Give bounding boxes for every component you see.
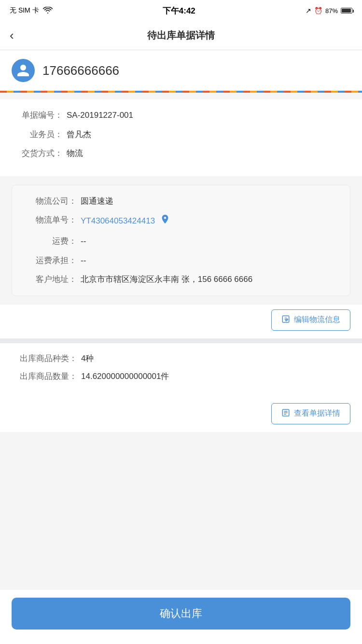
page-title: 待出库单据详情 [147, 29, 215, 42]
address-row: 客户地址： 北京市市辖区海淀区永丰南 张，156 6666 6666 [24, 273, 338, 286]
logistics-tracking-value: YT43064053424413 [81, 215, 155, 227]
goods-types-value: 4种 [81, 353, 94, 364]
back-button[interactable]: ‹ [6, 24, 18, 47]
status-left: 无 SIM 卡 [10, 6, 53, 15]
status-time: 下午4:42 [163, 5, 195, 16]
order-number-row: 单据编号： SA-20191227-001 [14, 109, 348, 122]
track-location-icon[interactable] [160, 214, 170, 228]
freight-value: -- [81, 235, 338, 248]
logistics-company-value: 圆通速递 [81, 195, 338, 208]
delivery-method-value: 物流 [67, 147, 348, 160]
edit-btn-row: 编辑物流信息 [0, 305, 362, 338]
order-info-section: 单据编号： SA-20191227-001 业务员： 曾凡杰 交货方式： 物流 [0, 99, 362, 176]
freight-responsible-row: 运费承担： -- [24, 254, 338, 267]
customer-phone: 17666666666 [42, 63, 119, 78]
logistics-tracking-label: 物流单号： [24, 214, 77, 226]
wifi-icon [43, 7, 53, 15]
empty-space [0, 432, 362, 519]
freight-responsible-label: 运费承担： [24, 254, 77, 267]
carrier-text: 无 SIM 卡 [10, 6, 39, 15]
address-value: 北京市市辖区海淀区永丰南 张，156 6666 6666 [81, 273, 338, 286]
sales-rep-value: 曾凡杰 [67, 128, 348, 141]
status-bar: 无 SIM 卡 下午4:42 ↗ ⏰ 87% [0, 0, 362, 21]
tracking-number-group: YT43064053424413 [77, 214, 170, 228]
rainbow-divider [0, 91, 362, 93]
status-right: ↗ ⏰ 87% [306, 7, 352, 14]
freight-label: 运费： [24, 235, 77, 248]
view-details-label: 查看单据详情 [294, 408, 340, 419]
alarm-icon: ⏰ [314, 7, 322, 14]
freight-row: 运费： -- [24, 235, 338, 248]
section-divider [0, 338, 362, 343]
order-number-label: 单据编号： [14, 109, 63, 122]
view-details-button[interactable]: 查看单据详情 [271, 403, 350, 424]
goods-types-label: 出库商品种类： [14, 353, 77, 364]
edit-logistics-label: 编辑物流信息 [294, 315, 340, 325]
confirm-outbound-button[interactable]: 确认出库 [12, 598, 350, 630]
order-number-value: SA-20191227-001 [67, 109, 348, 122]
battery-percent-text: 87% [325, 7, 338, 14]
sales-rep-label: 业务员： [14, 128, 63, 141]
delivery-method-label: 交货方式： [14, 147, 63, 160]
sales-rep-row: 业务员： 曾凡杰 [14, 128, 348, 141]
nav-bar: ‹ 待出库单据详情 [0, 21, 362, 50]
person-icon [16, 63, 30, 78]
edit-logistics-button[interactable]: 编辑物流信息 [271, 309, 350, 331]
delivery-method-row: 交货方式： 物流 [14, 147, 348, 160]
avatar [12, 59, 35, 82]
bottom-btn-area: 确认出库 [0, 590, 362, 644]
goods-quantity-label: 出库商品数量： [14, 371, 77, 382]
goods-quantity-value: 14.620000000000001件 [81, 371, 169, 382]
goods-quantity-row: 出库商品数量： 14.620000000000001件 [14, 371, 348, 382]
confirm-outbound-label: 确认出库 [160, 606, 202, 621]
location-status-icon: ↗ [306, 7, 311, 14]
freight-responsible-value: -- [81, 254, 338, 267]
goods-section: 出库商品种类： 4种 出库商品数量： 14.620000000000001件 [0, 343, 362, 398]
logistics-tracking-row: 物流单号： YT43064053424413 [24, 214, 338, 228]
goods-types-row: 出库商品种类： 4种 [14, 353, 348, 364]
logistics-company-row: 物流公司： 圆通速递 [24, 195, 338, 208]
address-label: 客户地址： [24, 273, 77, 286]
customer-section: 17666666666 [0, 50, 362, 91]
view-btn-row: 查看单据详情 [0, 398, 362, 432]
edit-icon [281, 315, 290, 325]
battery-icon [341, 8, 352, 14]
logistics-company-label: 物流公司： [24, 195, 77, 208]
logistics-card: 物流公司： 圆通速递 物流单号： YT43064053424413 运费： --… [12, 185, 350, 296]
list-icon [281, 408, 290, 419]
